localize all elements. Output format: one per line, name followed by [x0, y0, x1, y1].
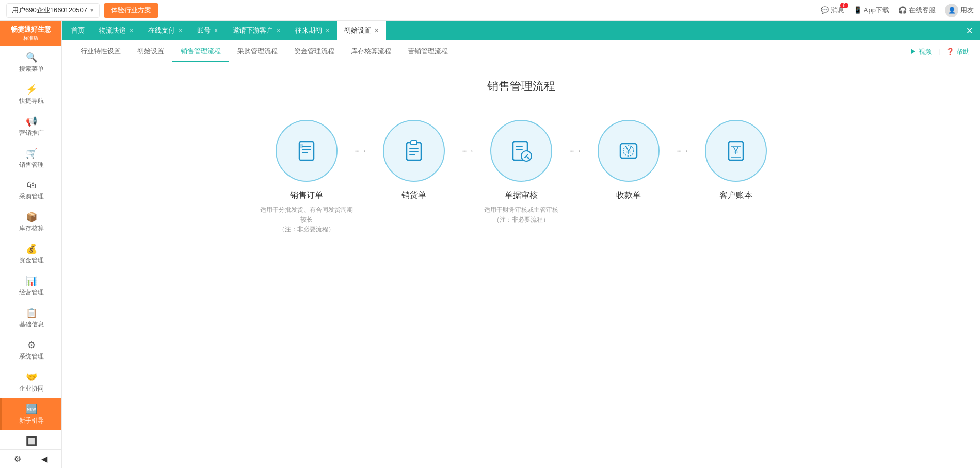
nav-tab-logistics[interactable]: 物流快递✕ — [92, 21, 141, 40]
nav-tabs-bar: 首页物流快递✕在线支付✕账号✕邀请下游客户✕往来期初✕初始设置✕✕ — [62, 21, 980, 40]
sidebar-logo: 畅捷通好生意 标准版 — [0, 21, 61, 46]
nav-tab-payment[interactable]: 在线支付✕ — [141, 21, 190, 40]
sidebar-item-inventory[interactable]: 📦库存核算 — [0, 206, 61, 238]
sub-tab-purchaseFlow[interactable]: 采购管理流程 — [229, 41, 286, 62]
flow-step-desc: 适用于财务审核或主管审核（注：非必要流程） — [484, 205, 558, 225]
sidebar-item-quickNav[interactable]: ⚡快捷导航 — [0, 79, 61, 111]
svg-rect-6 — [411, 141, 417, 145]
sidebar-item-basicInfo[interactable]: 📋基础信息 — [0, 302, 61, 334]
flow-step-label: 销售订单 — [290, 190, 323, 201]
flow-circle-salesOrder[interactable] — [276, 120, 338, 182]
sidebar-item-sales[interactable]: 🛒销售管理 — [0, 143, 61, 175]
nav-tab-close[interactable]: ✕ — [214, 27, 218, 34]
play-icon: ▶ — [910, 48, 917, 55]
svg-rect-4 — [299, 144, 303, 148]
sub-tab-marketingFlow[interactable]: 营销管理流程 — [399, 41, 456, 62]
logo-sub: 标准版 — [23, 35, 39, 42]
flow-circle-receipt[interactable]: ¥ — [598, 120, 660, 182]
flow-circle-customerLedger[interactable]: ¥ — [705, 120, 767, 182]
question-icon: ❓ — [946, 48, 954, 55]
sidebar-item-search[interactable]: 🔍搜索菜单 — [0, 46, 61, 79]
sidebar-item-marketing[interactable]: 📢营销推广 — [0, 111, 61, 143]
purchase-icon: 🛍 — [27, 180, 36, 191]
flow-arrow-1: - - → — [460, 120, 475, 157]
collapse-icon[interactable]: ◀ — [41, 454, 47, 464]
user-selector-text: 用户690企业1660120507 — [12, 6, 87, 15]
experience-btn[interactable]: 体验行业方案 — [104, 3, 158, 18]
user-selector[interactable]: 用户690企业1660120507 ▾ — [6, 3, 100, 18]
flow-step-customerLedger: ¥ 客户账本 — [689, 120, 782, 205]
nav-tab-label: 初始设置 — [344, 26, 371, 35]
svg-text:¥: ¥ — [625, 146, 631, 156]
nav-tab-period[interactable]: 往来期初✕ — [288, 21, 337, 40]
sidebar-item-newGuide[interactable]: 🆕新手引导 — [0, 398, 61, 430]
flow-arrow-3: - - → — [675, 120, 689, 157]
sidebar-item-appCenter[interactable]: 🔲应用中心 — [0, 430, 61, 449]
app-download-icon: 📱 — [854, 6, 862, 14]
sidebar-item-purchase[interactable]: 🛍采购管理 — [0, 175, 61, 206]
svg-text:¥: ¥ — [732, 146, 738, 156]
nav-tab-label: 在线支付 — [148, 26, 175, 35]
sub-tab-fundFlow[interactable]: 资金管理流程 — [286, 41, 343, 62]
flow-step-label: 客户账本 — [719, 190, 752, 201]
headset-icon: 🎧 — [898, 6, 907, 14]
sub-tabs-right: ▶ 视频 | ❓ 帮助 — [910, 47, 970, 56]
flow-step-docAudit: 单据审核适用于财务审核或主管审核（注：非必要流程） — [475, 120, 568, 225]
quickNav-icon: ⚡ — [26, 84, 37, 95]
sidebar-item-system[interactable]: ⚙系统管理 — [0, 334, 61, 366]
online-service-btn[interactable]: 🎧 在线客服 — [898, 6, 936, 15]
sub-tab-salesFlow[interactable]: 销售管理流程 — [172, 41, 229, 62]
sidebar: 畅捷通好生意 标准版 🔍搜索菜单⚡快捷导航📢营销推广🛒销售管理🛍采购管理📦库存核… — [0, 21, 62, 468]
sidebar-item-finance[interactable]: 💰资金管理 — [0, 238, 61, 270]
marketing-icon: 📢 — [26, 116, 37, 127]
system-icon: ⚙ — [27, 339, 36, 351]
flow-step-label: 收款单 — [616, 190, 641, 201]
help-btn[interactable]: ❓ 帮助 — [946, 47, 970, 56]
user-btn[interactable]: 👤 用友 — [945, 4, 974, 17]
finance-icon: 💰 — [26, 243, 37, 255]
nav-tab-close[interactable]: ✕ — [178, 27, 183, 34]
flow-circle-salesShipping[interactable] — [383, 120, 445, 182]
inventory-icon: 📦 — [26, 211, 37, 223]
avatar: 👤 — [945, 4, 958, 17]
basicInfo-icon: 📋 — [26, 307, 37, 319]
sub-tab-industrySettings[interactable]: 行业特性设置 — [72, 41, 129, 62]
nav-tab-inviteCustomer[interactable]: 邀请下游客户✕ — [226, 21, 288, 40]
sub-tab-inventoryFlow[interactable]: 库存核算流程 — [343, 41, 399, 62]
nav-tab-close[interactable]: ✕ — [325, 27, 330, 34]
newGuide-icon: 🆕 — [26, 403, 37, 415]
flow-diagram: 销售订单适用于分批发货、有合同发货周期较长（注：非必要流程）- - → 销货单-… — [83, 120, 959, 235]
sidebar-item-cooperation[interactable]: 🤝企业协同 — [0, 366, 61, 398]
nav-tab-label: 账号 — [197, 26, 211, 35]
close-all-tabs[interactable]: ✕ — [961, 26, 978, 36]
sidebar-footer: ⚙ ◀ — [0, 449, 61, 468]
sidebar-item-business[interactable]: 📊经营管理 — [0, 270, 61, 302]
nav-tab-close[interactable]: ✕ — [276, 27, 281, 34]
appCenter-icon: 🔲 — [26, 435, 37, 447]
cooperation-icon: 🤝 — [26, 371, 37, 383]
video-btn[interactable]: ▶ 视频 — [910, 47, 932, 56]
nav-tab-close[interactable]: ✕ — [129, 27, 134, 34]
flow-step-label: 单据审核 — [505, 190, 538, 201]
nav-tab-close[interactable]: ✕ — [374, 27, 379, 34]
message-btn[interactable]: 💬 消息 6 — [821, 6, 844, 15]
settings-icon[interactable]: ⚙ — [14, 454, 21, 464]
nav-tab-label: 邀请下游客户 — [233, 26, 273, 35]
app-download-label: App下载 — [864, 6, 889, 15]
sales-icon: 🛒 — [26, 148, 37, 159]
flow-circle-docAudit[interactable] — [490, 120, 552, 182]
nav-tab-account[interactable]: 账号✕ — [190, 21, 226, 40]
logo-title: 畅捷通好生意 — [11, 25, 51, 34]
flow-arrow-2: - - → — [568, 120, 582, 157]
nav-tab-initSetup[interactable]: 初始设置✕ — [337, 21, 386, 40]
page-title: 销售管理流程 — [83, 79, 959, 94]
app-download-btn[interactable]: 📱 App下载 — [854, 6, 889, 15]
online-service-label: 在线客服 — [909, 6, 936, 15]
nav-tab-home[interactable]: 首页 — [64, 21, 92, 40]
flow-step-salesShipping: 销货单 — [367, 120, 460, 205]
nav-tab-label: 往来期初 — [295, 26, 322, 35]
flow-step-label: 销货单 — [401, 190, 426, 201]
sub-tab-initSettings[interactable]: 初始设置 — [129, 41, 172, 62]
business-icon: 📊 — [26, 275, 37, 287]
nav-tab-label: 物流快递 — [99, 26, 126, 35]
